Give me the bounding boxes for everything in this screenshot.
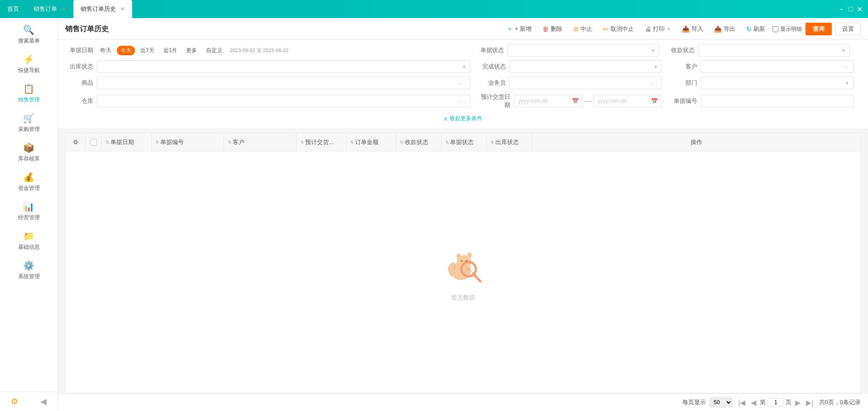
sidebar-item-inventory-check[interactable]: 📦 库存核算 (0, 138, 58, 167)
warehouse-input[interactable]: ··· (97, 95, 470, 107)
payment-arrow-icon: ▼ (841, 48, 846, 53)
collapse-up-icon: ∧ (444, 116, 448, 122)
complete-dropdown[interactable]: ▼ (509, 60, 662, 73)
date-btn-7days[interactable]: 近7天 (137, 46, 158, 55)
th-delivery[interactable]: ⇅ 预计交货... (297, 133, 346, 151)
th-num[interactable]: ⇅ 单据编号 (152, 133, 224, 151)
delivery-date-to-input[interactable]: yyyy-mm-dd 📅 (594, 95, 662, 107)
ops-mgmt-icon: 📊 (23, 201, 34, 212)
payment-dropdown[interactable]: ▼ (698, 44, 850, 57)
filter-area: 单据日期 昨天 今天 近7天 近1月 更多 自定义 2023-06-02 至 2… (58, 39, 868, 129)
sidebar: 🔍 搜索菜单 ⚡ 快捷导航 📋 销售管理 🛒 采购管理 📦 库存核算 💰 资金管… (0, 18, 58, 411)
close-tab-sales-order[interactable]: ✕ (62, 6, 66, 12)
print-button[interactable]: 🖨 打印 ▼ (641, 24, 675, 34)
new-icon: ＋ (507, 25, 513, 33)
filter-row-3: 商品 ··· 业务员 ··· 部门 (65, 77, 861, 89)
department-label: 部门 (669, 79, 701, 87)
sidebar-item-system-mgmt[interactable]: ⚙️ 系统管理 (0, 256, 58, 285)
customer-input[interactable]: ··· (701, 60, 854, 73)
th-out-sort-icon: ⇅ (490, 140, 494, 145)
th-status[interactable]: ⇅ 单据状态 (441, 133, 487, 151)
close-tab-sales-order-history[interactable]: ✕ (120, 6, 125, 12)
tab-sales-order[interactable]: 销售订单 ✕ (26, 0, 73, 18)
out-status-arrow-icon: ▼ (462, 64, 466, 69)
calendar-to-icon[interactable]: 📅 (651, 98, 658, 104)
cancel-stop-button[interactable]: ↩ 取消中止 (599, 24, 638, 34)
first-page-button[interactable]: |◀ (736, 398, 747, 407)
product-label: 商品 (65, 79, 97, 87)
minimize-icon[interactable]: － (838, 5, 845, 14)
tab-sales-order-history[interactable]: 销售订单历史 ✕ (73, 0, 132, 18)
salesperson-dots-icon: ··· (650, 79, 658, 87)
sidebar-collapse-icon[interactable]: ◀ (40, 396, 47, 406)
sidebar-item-quick-nav[interactable]: ⚡ 快捷导航 (0, 49, 58, 79)
top-bar: 首页 销售订单 ✕ 销售订单历史 ✕ － □ ✕ (0, 0, 868, 18)
page-title: 销售订单历史 (65, 24, 109, 34)
date-btn-today[interactable]: 今天 (117, 46, 135, 55)
select-all-checkbox[interactable] (91, 139, 97, 145)
filter-section-warehouse: 仓库 ··· (65, 95, 470, 107)
stop-button[interactable]: ⊘ 中止 (570, 24, 596, 34)
department-dropdown[interactable]: ▼ (701, 77, 854, 89)
delivery-date-from-input[interactable]: yyyy-mm-dd 📅 (514, 95, 582, 107)
department-arrow-icon: ▼ (845, 81, 849, 86)
sidebar-item-finance-mgmt[interactable]: 💰 资金管理 (0, 167, 58, 197)
calendar-from-icon[interactable]: 📅 (572, 98, 579, 104)
filter-section-department: 部门 ▼ (669, 77, 854, 89)
svg-point-8 (461, 260, 463, 262)
tab-home[interactable]: 首页 (0, 0, 26, 18)
purchase-mgmt-icon: 🛒 (23, 113, 34, 124)
date-btn-yesterday[interactable]: 昨天 (97, 46, 115, 55)
display-detail-toggle: 显示明细 (772, 25, 802, 33)
query-button[interactable]: 查询 (806, 23, 832, 35)
th-amount[interactable]: ⇅ 订单金额 (346, 133, 396, 151)
last-page-button[interactable]: ▶| (804, 398, 815, 407)
page-label: 第 (760, 398, 766, 406)
payment-label: 收款状态 (667, 46, 698, 54)
prev-page-button[interactable]: ◀ (749, 398, 758, 407)
status-dropdown[interactable]: ▼ (508, 44, 659, 57)
maximize-icon[interactable]: □ (849, 5, 853, 13)
th-date[interactable]: ⇅ 单据日期 (102, 133, 152, 151)
date-btn-custom[interactable]: 自定义 (202, 46, 226, 55)
th-customer[interactable]: ⇅ 客户 (224, 133, 297, 151)
th-checkbox[interactable] (86, 133, 102, 151)
per-page-select[interactable]: 10 20 50 100 (710, 397, 733, 407)
sidebar-item-basic-info[interactable]: 📁 基础信息 (0, 226, 58, 256)
display-detail-checkbox[interactable] (772, 26, 778, 32)
stop-icon: ⊘ (573, 25, 579, 33)
window-controls: － □ ✕ (838, 5, 868, 14)
page-input[interactable] (767, 398, 784, 407)
out-status-dropdown[interactable]: ▼ (97, 60, 470, 73)
sidebar-item-ops-mgmt[interactable]: 📊 经营管理 (0, 197, 58, 226)
th-delivery-sort-icon: ⇅ (300, 140, 304, 145)
sidebar-settings-icon[interactable]: ⚙ (11, 396, 18, 406)
delivery-date-range: yyyy-mm-dd 📅 — yyyy-mm-dd 📅 (514, 95, 662, 107)
out-status-label: 出库状态 (65, 63, 97, 71)
new-button[interactable]: ＋ + 新增 (503, 24, 535, 34)
collapse-bar[interactable]: ∧ 收起更多条件 (65, 113, 861, 124)
filter-section-out-status: 出库状态 ▼ (65, 60, 470, 73)
export-button[interactable]: 📤 导出 (710, 24, 739, 34)
date-btn-1month[interactable]: 近1月 (160, 46, 181, 55)
th-pay[interactable]: ⇅ 收款状态 (396, 133, 441, 151)
delete-button[interactable]: 🗑 删除 (539, 24, 566, 34)
close-window-icon[interactable]: ✕ (857, 5, 863, 14)
sidebar-item-search-menu[interactable]: 🔍 搜索菜单 (0, 20, 58, 49)
th-settings[interactable]: ⚙ (66, 133, 86, 151)
refresh-button[interactable]: ↻ 刷新 (743, 24, 769, 34)
empty-state: 暂无数据 (66, 151, 860, 393)
settings-button[interactable]: 设置 (835, 23, 861, 35)
empty-icon (441, 243, 486, 288)
filter-row-1: 单据日期 昨天 今天 近7天 近1月 更多 自定义 2023-06-02 至 2… (65, 44, 861, 57)
import-button[interactable]: 📥 导入 (678, 24, 707, 34)
doc-number-input[interactable] (701, 95, 854, 107)
th-out[interactable]: ⇅ 出库状态 (487, 133, 532, 151)
salesperson-input[interactable]: ··· (509, 77, 662, 89)
next-page-button[interactable]: ▶ (793, 398, 802, 407)
filter-section-product: 商品 ··· (65, 77, 470, 89)
date-btn-more[interactable]: 更多 (182, 46, 201, 55)
product-input[interactable]: ··· (97, 77, 470, 89)
sidebar-item-purchase-mgmt[interactable]: 🛒 采购管理 (0, 108, 58, 138)
sidebar-item-sales-mgmt[interactable]: 📋 销售管理 (0, 79, 58, 108)
